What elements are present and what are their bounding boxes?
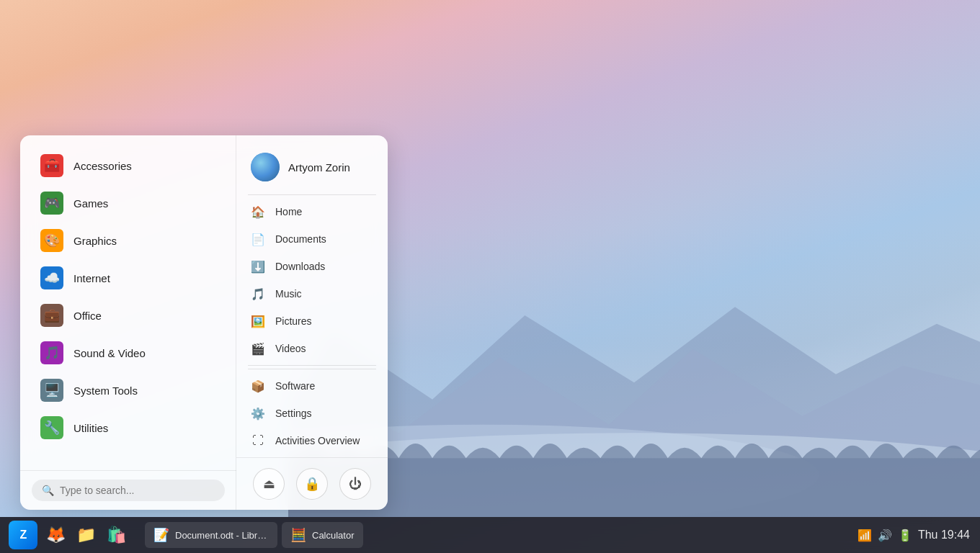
downloads-label: Downloads <box>275 261 325 272</box>
pictures-label: Pictures <box>275 315 312 327</box>
divider-1 <box>248 194 376 195</box>
right-item-activities[interactable]: ⛶Activities Overview <box>236 427 388 454</box>
search-wrapper: 🔍 <box>32 480 225 501</box>
zorin-menu-button[interactable]: Z <box>9 521 37 549</box>
system-tools-icon: 🖥️ <box>40 379 63 402</box>
taskbar-left: Z 🦊📁🛍️ <box>0 521 137 549</box>
power-icon: ⏻ <box>349 477 362 492</box>
games-icon: 🎮 <box>40 192 63 215</box>
office-icon: 💼 <box>40 304 63 327</box>
internet-icon: ☁️ <box>40 266 63 289</box>
avatar <box>251 153 280 181</box>
music-icon: 🎵 <box>251 287 265 301</box>
right-panel: Artyom Zorin 🏠Home📄Documents⬇️Downloads🎵… <box>236 135 388 510</box>
search-icon: 🔍 <box>42 485 54 496</box>
settings-icon: ⚙️ <box>251 406 265 421</box>
taskbar-open-apps: 📝Document.odt - LibreO...🧮Calculator <box>137 522 847 548</box>
menu-item-games[interactable]: 🎮Games <box>26 184 230 222</box>
videos-label: Videos <box>275 343 306 354</box>
username: Artyom Zorin <box>288 161 350 174</box>
taskbar-app-calculator-icon: 🧮 <box>290 527 306 543</box>
logout-button[interactable]: ⏏ <box>253 468 285 500</box>
music-label: Music <box>275 288 302 300</box>
menu-item-office[interactable]: 💼Office <box>26 297 230 334</box>
right-item-home[interactable]: 🏠Home <box>236 198 388 225</box>
taskbar-system-tray: 📶 🔊 🔋 Thu 19:44 <box>847 529 980 542</box>
left-items: 🧰Accessories🎮Games🎨Graphics☁️Internet💼Of… <box>20 147 236 498</box>
lock-icon: 🔒 <box>304 476 320 492</box>
sound-icon[interactable]: 🔊 <box>878 529 892 542</box>
system-tools-label: System Tools <box>74 385 138 397</box>
battery-icon[interactable]: 🔋 <box>898 529 912 542</box>
accessories-label: Accessories <box>74 160 132 172</box>
sound-video-label: Sound & Video <box>74 347 146 359</box>
divider-2 <box>248 369 376 369</box>
mountain-illustration <box>288 265 980 517</box>
right-item-documents[interactable]: 📄Documents <box>236 225 388 253</box>
taskbar-pinned-files[interactable]: 📁 <box>72 521 99 549</box>
power-buttons: ⏏🔒⏻ <box>236 457 388 510</box>
sound-video-icon: 🎵 <box>40 341 63 364</box>
clock: Thu 19:44 <box>918 529 970 541</box>
documents-label: Documents <box>275 233 326 245</box>
taskbar: Z 🦊📁🛍️ 📝Document.odt - LibreO...🧮Calcula… <box>0 517 980 553</box>
right-item-downloads[interactable]: ⬇️Downloads <box>236 253 388 280</box>
taskbar-pinned-store[interactable]: 🛍️ <box>102 521 130 549</box>
right-item-music[interactable]: 🎵Music <box>236 280 388 307</box>
app-menu: 🧰Accessories🎮Games🎨Graphics☁️Internet💼Of… <box>20 135 388 510</box>
graphics-label: Graphics <box>74 235 117 247</box>
menu-item-accessories[interactable]: 🧰Accessories <box>26 147 230 184</box>
office-label: Office <box>74 310 102 322</box>
pictures-icon: 🖼️ <box>251 314 265 328</box>
right-item-settings[interactable]: ⚙️Settings <box>236 400 388 427</box>
settings-label: Settings <box>275 408 312 419</box>
menu-item-internet[interactable]: ☁️Internet <box>26 259 230 297</box>
lock-button[interactable]: 🔒 <box>296 468 328 500</box>
graphics-icon: 🎨 <box>40 229 63 252</box>
menu-item-system-tools[interactable]: 🖥️System Tools <box>26 372 230 409</box>
logout-icon: ⏏ <box>263 476 275 492</box>
home-icon: 🏠 <box>251 204 265 219</box>
menu-item-sound-video[interactable]: 🎵Sound & Video <box>26 334 230 372</box>
games-label: Games <box>74 197 108 210</box>
menu-item-graphics[interactable]: 🎨Graphics <box>26 222 230 259</box>
search-bar: 🔍 <box>20 470 236 510</box>
taskbar-app-document-label: Document.odt - LibreO... <box>175 530 269 541</box>
home-label: Home <box>275 206 302 217</box>
utilities-label: Utilities <box>74 422 108 434</box>
accessories-icon: 🧰 <box>40 154 63 177</box>
right-item-pictures[interactable]: 🖼️Pictures <box>236 307 388 335</box>
internet-label: Internet <box>74 272 110 284</box>
user-section: Artyom Zorin <box>236 147 388 192</box>
left-panel: 🧰Accessories🎮Games🎨Graphics☁️Internet💼Of… <box>20 135 236 510</box>
taskbar-app-calculator[interactable]: 🧮Calculator <box>282 522 363 548</box>
right-items: 🏠Home📄Documents⬇️Downloads🎵Music🖼️Pictur… <box>236 198 388 454</box>
taskbar-pinned-firefox[interactable]: 🦊 <box>42 521 69 549</box>
divider-3 <box>248 365 376 366</box>
downloads-icon: ⬇️ <box>251 259 265 274</box>
search-input[interactable] <box>60 485 215 496</box>
videos-icon: 🎬 <box>251 341 265 356</box>
taskbar-app-document[interactable]: 📝Document.odt - LibreO... <box>145 522 277 548</box>
wifi-icon[interactable]: 📶 <box>858 529 872 542</box>
taskbar-app-calculator-label: Calculator <box>312 530 355 541</box>
software-label: Software <box>275 380 315 392</box>
activities-label: Activities Overview <box>275 435 360 446</box>
menu-item-utilities[interactable]: 🔧Utilities <box>26 409 230 446</box>
taskbar-app-document-icon: 📝 <box>153 527 169 543</box>
right-item-videos[interactable]: 🎬Videos <box>236 335 388 362</box>
right-item-software[interactable]: 📦Software <box>236 372 388 400</box>
power-button[interactable]: ⏻ <box>339 468 371 500</box>
software-icon: 📦 <box>251 379 265 393</box>
utilities-icon: 🔧 <box>40 416 63 439</box>
zorin-logo: Z <box>20 529 27 541</box>
activities-icon: ⛶ <box>251 433 265 448</box>
documents-icon: 📄 <box>251 232 265 246</box>
